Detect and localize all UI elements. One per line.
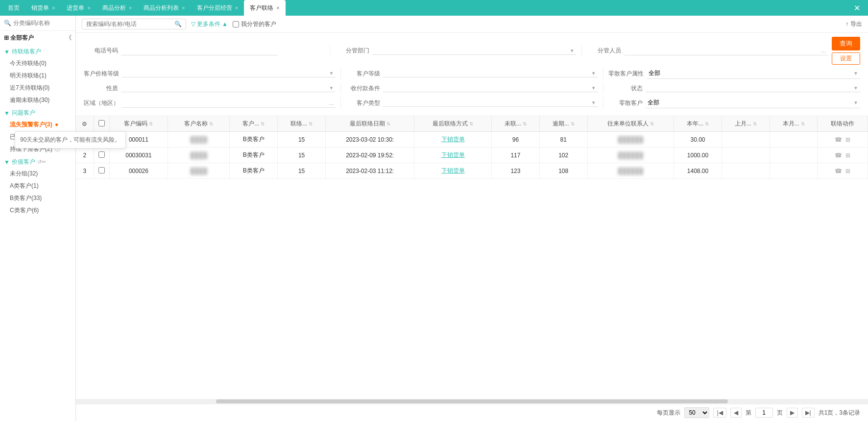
tab-customer-segment[interactable]: 客户分层经营 ×: [191, 0, 244, 16]
row-checkbox[interactable]: [98, 151, 105, 158]
th-contact[interactable]: 联络...⇅: [278, 116, 326, 132]
page-input[interactable]: [755, 408, 773, 418]
action-more-icon[interactable]: ⊞: [845, 152, 850, 159]
sidebar-item-churn-warning[interactable]: 流失预警客户(3) ●: [0, 119, 75, 131]
cell-checkbox[interactable]: [94, 163, 109, 179]
sidebar-item-7day-contact[interactable]: 近7天待联络(0): [0, 82, 75, 94]
tab-purchase-close[interactable]: ×: [87, 5, 90, 11]
filter-retail-attr-select[interactable]: 全部 ▼: [647, 68, 860, 79]
cell-last-method[interactable]: 下销货单: [414, 132, 492, 148]
tab-home[interactable]: 首页: [2, 0, 25, 16]
filter-more-conditions[interactable]: ▽ 更多条件 ▲: [191, 20, 228, 28]
filter-my-customers[interactable]: 我分管的客户: [233, 20, 276, 28]
value-edit-icon[interactable]: ✏: [42, 159, 46, 165]
filter-field-retail-attr: 零散客户属性 全部 ▼: [608, 68, 860, 79]
filter-customer-level-select[interactable]: ▼: [383, 70, 598, 77]
tab-product-analysis-close[interactable]: ×: [129, 5, 132, 11]
page-prev-btn[interactable]: ◀: [730, 408, 742, 418]
cell-contact: 15: [278, 132, 326, 148]
sidebar-item-ungrouped[interactable]: 未分组(32): [0, 168, 75, 180]
tab-customer-segment-close[interactable]: ×: [235, 5, 238, 11]
filter-region-select[interactable]: ...: [122, 99, 336, 108]
tab-product-analysis[interactable]: 商品分析 ×: [96, 0, 138, 16]
sidebar-group-pending[interactable]: ▼ 待联络客户: [0, 45, 75, 57]
tab-product-list[interactable]: 商品分析列表 ×: [138, 0, 191, 16]
action-contact-icon[interactable]: ☎: [835, 168, 842, 174]
cell-type: B类客户: [230, 148, 278, 163]
last-method-link[interactable]: 下销货单: [441, 151, 465, 158]
tab-purchase[interactable]: 进货单 ×: [61, 0, 96, 16]
th-this-year[interactable]: 本年...⇅: [674, 116, 722, 132]
filter-retail-select[interactable]: 全部 ▼: [646, 98, 860, 108]
sidebar-item-today-contact[interactable]: 今天待联络(0): [0, 57, 75, 70]
tab-sales[interactable]: 销货单 ×: [25, 0, 61, 16]
export-button[interactable]: ↑ 导出: [845, 20, 862, 28]
row-checkbox[interactable]: [98, 167, 105, 173]
th-checkbox[interactable]: [94, 116, 109, 132]
sidebar-item-class-c[interactable]: C类客户(6): [0, 204, 75, 217]
page-first-btn[interactable]: |◀: [713, 408, 726, 418]
table-settings-icon[interactable]: ⚙: [82, 121, 87, 127]
last-method-link[interactable]: 下销货单: [441, 136, 465, 143]
cell-action[interactable]: ☎ ⊞: [818, 148, 868, 163]
tab-customer-contact-close[interactable]: ×: [276, 5, 279, 11]
action-more-icon[interactable]: ⊞: [845, 136, 850, 143]
tab-product-list-close[interactable]: ×: [182, 5, 185, 11]
cell-last-method[interactable]: 下销货单: [414, 163, 492, 179]
page-next-btn[interactable]: ▶: [787, 408, 798, 418]
filter-search-icon[interactable]: 🔍: [174, 21, 182, 27]
filter-dept-select[interactable]: ▼: [372, 47, 576, 55]
action-contact-icon[interactable]: ☎: [835, 136, 842, 143]
sidebar-item-class-b[interactable]: B类客户(33): [0, 192, 75, 204]
table-select-all[interactable]: [98, 120, 105, 126]
sidebar-item-tomorrow-contact[interactable]: 明天待联络(1): [0, 70, 75, 82]
filter-retail-attr-label: 零散客户属性: [608, 70, 644, 78]
sidebar-item-class-a[interactable]: A类客户(1): [0, 180, 75, 192]
page-last-btn[interactable]: ▶|: [802, 408, 815, 418]
th-overdue[interactable]: 逾期...⇅: [539, 116, 587, 132]
query-button[interactable]: 查询: [832, 37, 860, 50]
th-this-month[interactable]: 本月...⇅: [770, 116, 818, 132]
th-last-date[interactable]: 最后联络日期⇅: [325, 116, 414, 132]
cell-checkbox[interactable]: [94, 148, 109, 163]
sort-last-month-icon: ⇅: [753, 121, 757, 126]
sidebar-group-churn[interactable]: ▼ 问题客户: [0, 106, 75, 119]
tab-sales-close[interactable]: ×: [52, 5, 55, 11]
scrollbar-thumb[interactable]: [216, 399, 728, 403]
cell-action[interactable]: ☎ ⊞: [818, 163, 868, 179]
cell-last-method[interactable]: 下销货单: [414, 148, 492, 163]
th-unit-contact[interactable]: 往来单位联系人⇅: [587, 116, 674, 132]
per-page-select[interactable]: 50 100 200: [684, 407, 709, 418]
filter-manager-select[interactable]: ...: [624, 46, 828, 55]
cell-action[interactable]: ☎ ⊞: [818, 132, 868, 148]
horizontal-scrollbar[interactable]: [76, 399, 868, 404]
filter-payment-select[interactable]: ▼: [383, 84, 598, 92]
filter-search-input[interactable]: [86, 21, 174, 27]
filter-price-level-select[interactable]: ▼: [122, 70, 336, 77]
th-last-month[interactable]: 上月...⇅: [722, 116, 770, 132]
cell-index: 3: [76, 163, 94, 179]
cell-this-year: 30.00: [674, 132, 722, 148]
action-more-icon[interactable]: ⊞: [845, 168, 850, 174]
th-last-method[interactable]: 最后联络方式⇅: [414, 116, 492, 132]
th-name[interactable]: 客户名称⇅: [168, 116, 230, 132]
filter-phone-input[interactable]: [121, 46, 278, 55]
th-no-contact[interactable]: 未联...⇅: [492, 116, 540, 132]
th-settings[interactable]: ⚙: [76, 116, 94, 132]
sidebar-group-value[interactable]: ▼ 价值客户 ↺ ✏: [0, 155, 75, 168]
last-method-link[interactable]: 下销货单: [441, 167, 465, 174]
filter-status-select[interactable]: ▼: [646, 84, 860, 92]
sidebar-search-input[interactable]: [13, 20, 76, 26]
window-close-button[interactable]: ✕: [848, 3, 866, 13]
filter-customer-type-select[interactable]: ▼: [383, 99, 598, 107]
tab-customer-contact[interactable]: 客户联络 ×: [244, 0, 285, 16]
settings-button[interactable]: 设置: [832, 52, 860, 65]
value-refresh-icon[interactable]: ↺: [37, 159, 42, 165]
action-contact-icon[interactable]: ☎: [835, 152, 842, 159]
sidebar-item-overdue-contact[interactable]: 逾期未联络(30): [0, 94, 75, 106]
th-code[interactable]: 客户编码⇅: [109, 116, 168, 132]
filter-nature-select[interactable]: ▼: [121, 84, 336, 92]
th-type[interactable]: 客户...⇅: [230, 116, 278, 132]
sidebar-all-customers[interactable]: ⊞ 全部客户 《: [0, 31, 75, 45]
my-customers-checkbox[interactable]: [233, 21, 239, 27]
